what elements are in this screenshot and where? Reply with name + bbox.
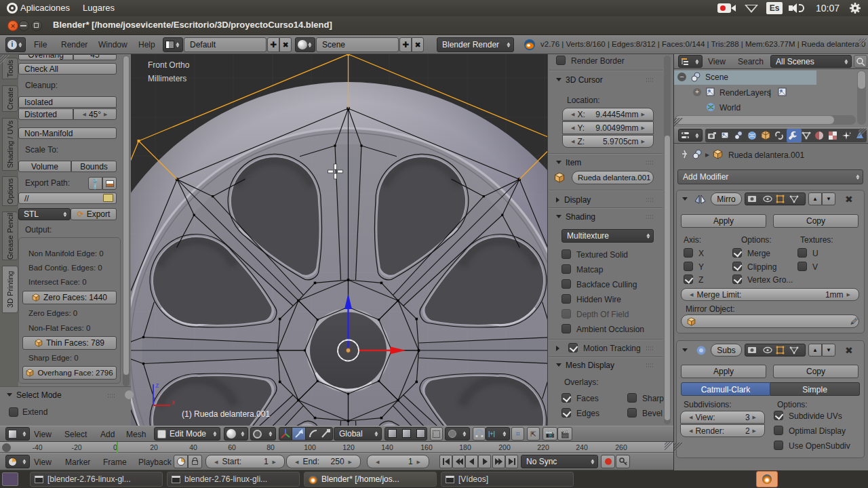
svg-text:z: z [155,381,159,389]
svg-text:Front Ortho: Front Ortho [148,60,190,70]
svg-text:Millimeters: Millimeters [148,74,186,83]
svg-text:x: x [172,399,175,406]
svg-text:(1) Rueda delantera.001: (1) Rueda delantera.001 [182,409,270,419]
